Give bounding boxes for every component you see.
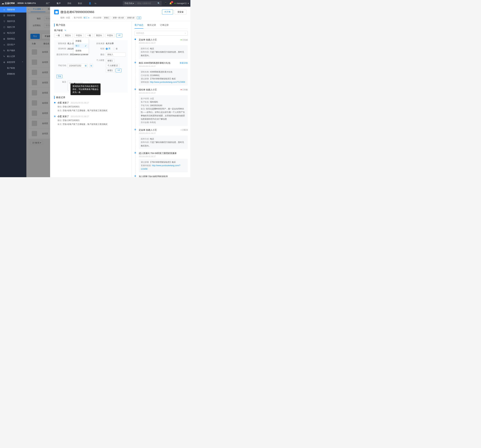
dropdown-option[interactable]: 师馨薇 [74, 39, 89, 43]
group-chip[interactable]: 群聊一群大群 [112, 16, 125, 19]
manager-dropdown[interactable]: 师馨薇张三✓俱保咏 [74, 38, 89, 54]
personal-tag[interactable]: 个人标签12 [106, 64, 120, 68]
personal-tag[interactable]: 标签1 [106, 69, 115, 72]
sidebar-item[interactable]: ☺我的好友 [0, 7, 26, 13]
history-item: 小王 更新了2021/01/30 01:38:27微信: 空值-13672182… [54, 115, 128, 126]
timeline-dot-icon [135, 62, 136, 63]
sidebar-icon: ⚙ [3, 61, 5, 63]
search-icon[interactable]: 🔍 [156, 2, 162, 5]
timeline-dot-icon [54, 102, 55, 103]
sidebar-icon: ⊞ [3, 38, 5, 40]
sidebar-item[interactable]: ☰我的群聊 [0, 13, 26, 18]
nav-item-data[interactable]: 数据 [75, 0, 85, 7]
timeline-dot-icon [135, 89, 136, 90]
personal-tag[interactable]: 标签1 [106, 59, 115, 63]
customer-tag[interactable]: 中意向 [105, 34, 115, 38]
timeline-item: 定金单 创建人小王已完成 2020/01/30 01:38:27 跟单方式: 电… [135, 38, 188, 62]
chevron-down-icon: ▾ [188, 2, 189, 5]
phone-type-button[interactable]: 手机 [56, 75, 62, 78]
status-dot-icon [174, 3, 175, 4]
customer-tag[interactable]: 一般 [54, 34, 62, 38]
sidebar-subitem[interactable]: 群聊标签 [0, 71, 26, 77]
group-more-chip[interactable]: +4 [137, 16, 141, 19]
group-chip[interactable]: 群聊六群 [126, 16, 136, 19]
drawer-header: 微信名称6789990000966 代下单 交定金 昵称: 小王 | 客户经理:… [50, 7, 190, 21]
timeline-item: 进入直播间 759-59班第三期理财直播课 2021/01/30 01:38:2… [135, 152, 188, 175]
group-chip[interactable]: 群聊三 [103, 16, 111, 19]
timeline-dot-icon [135, 152, 136, 154]
customer-drawer: 微信名称6789990000966 代下单 交定金 昵称: 小王 | 客户经理:… [50, 7, 190, 177]
dropdown-option[interactable]: 张三✓ [74, 43, 89, 48]
check-icon: ✓ [85, 45, 87, 47]
activity-filter-select[interactable]: 全部动态⌄ [135, 31, 188, 36]
timeline-item: 定金单 创建人小王已取消 2020/01/30 01:38:27 跟单方式: 电… [135, 129, 188, 152]
user-menu[interactable]: manager11 ▾ [174, 2, 189, 5]
top-nav: ☁ 云朵CRM 教育机构一站 式服务云平台 推广 客户 质检 数据 👤 ℡ 手机… [0, 0, 190, 7]
sidebar-item[interactable]: ☐我的订单 [0, 24, 26, 30]
nav-menu: 推广 客户 质检 数据 [43, 0, 85, 7]
sidebar-icon: ☐ [3, 26, 5, 28]
customer-tag[interactable]: 中意向 [74, 34, 84, 38]
chevron-down-icon: ⌄ [185, 32, 186, 35]
right-tab[interactable]: 订单记录 [160, 23, 169, 29]
sidebar-icon: ↻ [3, 49, 5, 52]
search-type-select[interactable]: 手机号码 ▾ [123, 2, 136, 5]
timeline-item: 报名单 创建人小王已失败 2021/01/30 01:38:27 客户经理: 小… [135, 88, 188, 129]
logo-icon: ☁ [2, 2, 4, 5]
sidebar-item[interactable]: ⊞我的商品 [0, 36, 26, 42]
sidebar-item[interactable]: ✎刷人记录 [0, 54, 26, 59]
gender-female-radio[interactable]: 女 [113, 47, 118, 50]
sidebar-item[interactable]: ⎋流失客户 [0, 42, 26, 48]
status-dot-icon [181, 39, 181, 40]
phone-lookup-icon[interactable]: ⊞ [85, 64, 87, 67]
customer-tag[interactable]: 高意向 [94, 34, 104, 38]
sidebar-icon: ☺ [3, 8, 5, 11]
right-tab[interactable]: 客户动态 [135, 23, 143, 29]
view-detail-link[interactable]: 查看详情 [180, 62, 188, 64]
sidebar-item[interactable]: ▽我的学员 [0, 18, 26, 24]
link[interactable]: http://www.yunduoketang.com/?123456 [150, 81, 185, 83]
customer-tag[interactable]: 高意向 [63, 34, 73, 38]
phone-input[interactable] [68, 64, 88, 68]
timeline-dot-icon [135, 39, 136, 40]
nav-item-promo[interactable]: 推广 [43, 0, 53, 7]
sidebar: ☺我的好友☰我的群聊▽我的学员☐我的订单☏电话记录⊞我的商品⎋流失客户↻客户继承… [0, 7, 26, 177]
right-tab[interactable]: 聊天记录 [147, 23, 156, 29]
customer-tag[interactable]: 一般 [85, 34, 93, 38]
status-dot-icon [181, 89, 181, 90]
search-input[interactable] [136, 2, 156, 5]
search-box[interactable]: 手机号码 ▾ 🔍 [123, 1, 162, 6]
history-item: 小王 更新了2021/01/30 01:38:27微信: 空值-13672182… [54, 101, 128, 112]
customer-tag-more[interactable]: +4 [116, 34, 122, 38]
nav-item-qc[interactable]: 质检 [64, 0, 75, 7]
customer-avatar-icon [54, 10, 59, 14]
phone-exist-tooltip: 查询到此手机号码在系统中已存在，可以将两条客户数据合并为一条 [70, 83, 101, 95]
sidebar-icon: ☏ [3, 32, 5, 34]
timeline-dot-icon [135, 129, 136, 130]
user-icon[interactable]: 👤 [89, 2, 91, 5]
drawer-right-panel: 客户动态聊天记录订单记录 全部动态⌄ 定金单 创建人小王已完成 2020/01/… [132, 21, 190, 177]
edit-tags-icon[interactable]: ✎ [64, 29, 66, 31]
personal-tag-more[interactable]: +4 [116, 69, 122, 72]
dropdown-option[interactable]: 俱保咏 [74, 48, 89, 53]
gender-radio-group[interactable]: 男 女 [106, 47, 118, 50]
drawer-left-panel: 客户信息 客户标签 ✎ 一般高意向中意向一般高意向中意向+4 获客来源线上-北京… [50, 21, 132, 177]
gender-male-radio[interactable]: 男 [106, 47, 110, 50]
drawer-title: 微信名称6789990000966 [60, 10, 162, 14]
section-customer-info: 客户信息 [54, 23, 128, 27]
sidebar-item[interactable]: ↻客户继承 [0, 48, 26, 54]
phone-copy-icon[interactable]: ⧉ [90, 64, 93, 68]
bell-icon[interactable]: 🔔5 [169, 2, 172, 5]
phone-icon[interactable]: ℡ [94, 2, 97, 5]
wechat-input[interactable] [106, 53, 126, 56]
manager-select[interactable]: 张三 [83, 16, 89, 19]
mobile-icon[interactable]: 📱 [164, 2, 167, 5]
sidebar-subitem[interactable]: 客户标签 [0, 65, 26, 71]
section-history: 修改记录 [54, 96, 128, 99]
sidebar-item[interactable]: ☏电话记录 [0, 30, 26, 36]
sidebar-item[interactable]: ⚙标签管理⌃ [0, 59, 26, 65]
pay-deposit-button[interactable]: 交定金 [175, 9, 186, 15]
proxy-order-button[interactable]: 代下单 [162, 9, 173, 15]
sidebar-icon: ⎋ [3, 44, 5, 46]
nav-item-customer[interactable]: 客户 [53, 0, 64, 7]
